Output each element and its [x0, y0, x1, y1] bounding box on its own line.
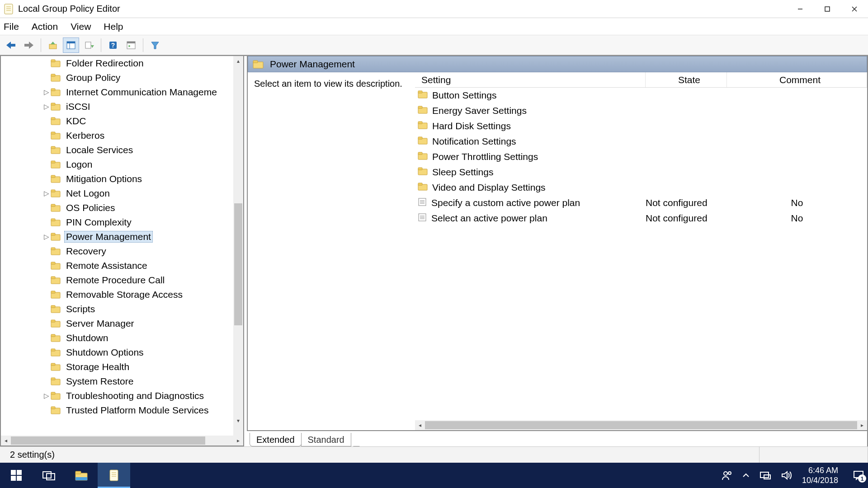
tree-item[interactable]: ▷Internet Communication Manageme [1, 85, 233, 99]
list-row[interactable]: Specify a custom active power planNot co… [415, 195, 867, 211]
menu-action[interactable]: Action [32, 21, 58, 32]
tree-item[interactable]: OS Policies [1, 201, 233, 215]
list-row[interactable]: Sleep Settings [415, 164, 867, 180]
tree-hscrollbar[interactable]: ◂ ▸ [1, 436, 243, 446]
tree-item[interactable]: Logon [1, 157, 233, 172]
tree-item[interactable]: Scripts [1, 302, 233, 316]
network-icon[interactable] [760, 471, 771, 480]
expander-icon[interactable]: ▷ [42, 392, 51, 400]
maximize-button[interactable] [814, 0, 841, 18]
svg-rect-44 [51, 190, 55, 192]
menu-view[interactable]: View [71, 21, 91, 32]
tree-item[interactable]: Remote Procedure Call [1, 273, 233, 287]
setting-label: Hard Disk Settings [432, 121, 511, 131]
list-row[interactable]: Select an active power planNot configure… [415, 211, 867, 226]
tree-item[interactable]: Removable Storage Access [1, 287, 233, 302]
tree-item[interactable]: System Restore [1, 374, 233, 389]
svg-marker-24 [151, 42, 159, 49]
close-button[interactable] [841, 0, 868, 18]
menu-help[interactable]: Help [104, 21, 123, 32]
up-level-button[interactable] [45, 38, 61, 53]
nav-forward-button[interactable] [21, 38, 37, 53]
minimize-button[interactable] [787, 0, 814, 18]
svg-rect-101 [11, 476, 16, 481]
list-row[interactable]: Button Settings [415, 88, 867, 103]
svg-rect-17 [85, 42, 91, 48]
scroll-up-icon[interactable]: ▴ [233, 56, 243, 66]
action-center-icon[interactable]: 1 [853, 470, 864, 481]
statusbar: 2 setting(s) [0, 446, 868, 463]
tree-item[interactable]: Kerberos [1, 128, 233, 143]
expander-icon[interactable]: ▷ [42, 233, 51, 241]
tab-standard[interactable]: Standard [301, 433, 351, 446]
nav-back-button[interactable] [3, 38, 19, 53]
tree-item[interactable]: Server Manager [1, 316, 233, 331]
help-button[interactable]: ? [105, 38, 121, 53]
scroll-right-icon[interactable]: ▸ [857, 422, 867, 428]
svg-rect-100 [17, 470, 22, 475]
scroll-left-icon[interactable]: ◂ [1, 437, 11, 444]
scroll-thumb[interactable] [234, 203, 242, 325]
tree-item[interactable]: Folder Redirection [1, 56, 233, 70]
scroll-down-icon[interactable]: ▾ [233, 416, 243, 426]
list-hscrollbar[interactable]: ◂ ▸ [415, 420, 867, 430]
list-row[interactable]: Power Throttling Settings [415, 149, 867, 164]
tree-item[interactable]: Shutdown Options [1, 345, 233, 360]
folder-icon [51, 291, 61, 299]
svg-rect-106 [75, 471, 81, 474]
start-button[interactable] [0, 463, 33, 488]
options-button[interactable] [123, 38, 139, 53]
scroll-left-icon[interactable]: ◂ [415, 422, 425, 428]
tree-item[interactable]: ▷Net Logon [1, 186, 233, 201]
volume-icon[interactable] [781, 471, 792, 480]
tray-overflow-icon[interactable] [742, 472, 750, 479]
tree-item[interactable]: PIN Complexity [1, 215, 233, 230]
list-rows: Button SettingsEnergy Saver SettingsHard… [415, 88, 867, 420]
tree-item[interactable]: Group Policy [1, 70, 233, 85]
folder-icon [51, 305, 61, 313]
tree-item[interactable]: Remote Assistance [1, 258, 233, 273]
gpedit-taskbar-button[interactable] [98, 463, 130, 488]
list-row[interactable]: Energy Saver Settings [415, 103, 867, 118]
tree-item[interactable]: Shutdown [1, 331, 233, 345]
folder-icon [51, 377, 61, 385]
expander-icon[interactable]: ▷ [42, 103, 51, 111]
column-state[interactable]: State [646, 72, 727, 87]
tab-extended[interactable]: Extended [250, 433, 302, 446]
tree-item-label: Storage Health [64, 361, 131, 372]
system-tray: 6:46 AM 10/4/2018 1 [722, 465, 868, 485]
tree-item[interactable]: ▷iSCSI [1, 99, 233, 114]
task-view-button[interactable] [33, 463, 65, 488]
people-icon[interactable] [722, 470, 732, 481]
list-row[interactable]: Notification Settings [415, 134, 867, 149]
show-tree-button[interactable] [63, 38, 79, 53]
list-row[interactable]: Video and Display Settings [415, 180, 867, 195]
expander-icon[interactable]: ▷ [42, 88, 51, 96]
tree-item[interactable]: KDC [1, 114, 233, 128]
svg-rect-38 [51, 146, 55, 149]
tree-item[interactable]: Recovery [1, 244, 233, 258]
scroll-right-icon[interactable]: ▸ [233, 437, 243, 444]
svg-rect-70 [51, 378, 55, 380]
tree-item[interactable]: Mitigation Options [1, 172, 233, 186]
expander-icon[interactable]: ▷ [42, 189, 51, 197]
filter-button[interactable] [147, 38, 163, 53]
tree-item[interactable]: Trusted Platform Module Services [1, 403, 233, 418]
column-comment[interactable]: Comment [727, 72, 867, 87]
tree-item[interactable]: Storage Health [1, 360, 233, 374]
menu-file[interactable]: File [4, 21, 19, 32]
svg-rect-32 [51, 103, 55, 105]
tree-item[interactable]: Locale Services [1, 143, 233, 157]
svg-rect-5 [825, 7, 830, 11]
file-explorer-button[interactable] [65, 463, 98, 488]
column-setting[interactable]: Setting [415, 72, 646, 87]
scroll-thumb[interactable] [425, 421, 857, 429]
tree-vscrollbar[interactable]: ▴ ▾ [233, 56, 243, 436]
list-row[interactable]: Hard Disk Settings [415, 118, 867, 134]
tree-item[interactable]: ▷Power Management [1, 230, 233, 244]
export-button[interactable] [81, 38, 97, 53]
tree-item-label: Power Management [64, 231, 153, 243]
tree-item[interactable]: ▷Troubleshooting and Diagnostics [1, 389, 233, 403]
clock[interactable]: 6:46 AM 10/4/2018 [802, 465, 843, 485]
scroll-thumb[interactable] [11, 436, 205, 445]
